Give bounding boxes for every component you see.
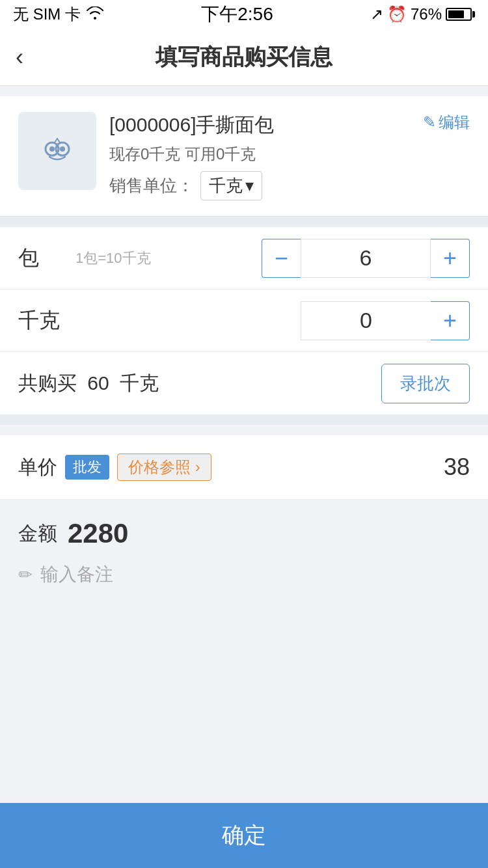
package-plus-button[interactable]: +	[431, 239, 470, 278]
product-card: [0000006]手撕面包 ✎ 编辑 现存0千克 可用0千克 销售单位： 千克 …	[0, 96, 488, 217]
separator-1	[0, 217, 488, 227]
kg-row: 千克 +	[0, 290, 488, 352]
input-section: 包 1包=10千克 − + 千克 + 共购买 60 千克 录批次	[0, 227, 488, 414]
status-right: ↗ ⏰ 76%	[370, 5, 475, 23]
product-info: [0000006]手撕面包 ✎ 编辑 现存0千克 可用0千克 销售单位： 千克 …	[109, 112, 470, 200]
battery-icon	[446, 8, 475, 21]
package-hint: 1包=10千克	[75, 249, 151, 268]
wifi-icon	[86, 5, 104, 23]
product-name: [0000006]手撕面包	[109, 112, 274, 139]
price-ref-button[interactable]: 价格参照 ›	[117, 454, 211, 481]
confirm-text: 确定	[222, 821, 266, 850]
package-input[interactable]	[301, 239, 431, 278]
unit-label: 销售单位：	[109, 174, 194, 197]
product-image	[18, 112, 96, 190]
batch-button[interactable]: 录批次	[381, 364, 470, 403]
kg-controls: +	[301, 301, 470, 340]
price-value: 38	[444, 454, 470, 481]
confirm-bar[interactable]: 确定	[0, 803, 488, 868]
unit-select[interactable]: 千克 ▾	[200, 171, 262, 200]
status-time: 下午2:56	[201, 2, 273, 27]
remark-icon: ✏	[18, 565, 33, 585]
status-left: 无 SIM 卡	[13, 4, 104, 25]
package-label: 包	[18, 244, 70, 273]
amount-section: 金额 2280 ✏ 输入备注	[0, 500, 488, 600]
battery-percent: 76%	[411, 5, 442, 23]
price-section: 单价 批发 价格参照 › 38	[0, 435, 488, 500]
alarm-icon: ⏰	[387, 5, 407, 23]
price-label: 单价	[18, 454, 57, 481]
total-row: 共购买 60 千克 录批次	[0, 352, 488, 414]
product-unit-row: 销售单位： 千克 ▾	[109, 171, 470, 200]
sim-label: 无 SIM 卡	[13, 4, 81, 25]
remark-text: 输入备注	[40, 562, 113, 587]
price-tag: 批发	[65, 455, 109, 480]
package-controls: − +	[262, 239, 470, 278]
svg-point-3	[60, 146, 65, 152]
product-stock: 现存0千克 可用0千克	[109, 144, 470, 165]
amount-label: 金额	[18, 521, 57, 547]
package-row: 包 1包=10千克 − +	[0, 227, 488, 290]
page-title: 填写商品购买信息	[156, 42, 332, 72]
location-icon: ↗	[370, 5, 383, 23]
nav-bar: ‹ 填写商品购买信息	[0, 29, 488, 86]
package-minus-button[interactable]: −	[262, 239, 301, 278]
kg-input[interactable]	[301, 301, 431, 340]
total-text: 共购买 60 千克	[18, 370, 159, 397]
remark-row[interactable]: ✏ 输入备注	[18, 562, 470, 600]
kg-plus-button[interactable]: +	[431, 301, 470, 340]
svg-point-2	[49, 146, 55, 152]
kg-label: 千克	[18, 306, 70, 335]
amount-value: 2280	[68, 518, 128, 549]
bottom-space	[0, 600, 488, 828]
amount-row: 金额 2280	[18, 518, 470, 549]
separator-2	[0, 414, 488, 425]
status-bar: 无 SIM 卡 下午2:56 ↗ ⏰ 76%	[0, 0, 488, 29]
edit-button[interactable]: ✎ 编辑	[423, 112, 470, 133]
back-button[interactable]: ‹	[16, 44, 23, 71]
